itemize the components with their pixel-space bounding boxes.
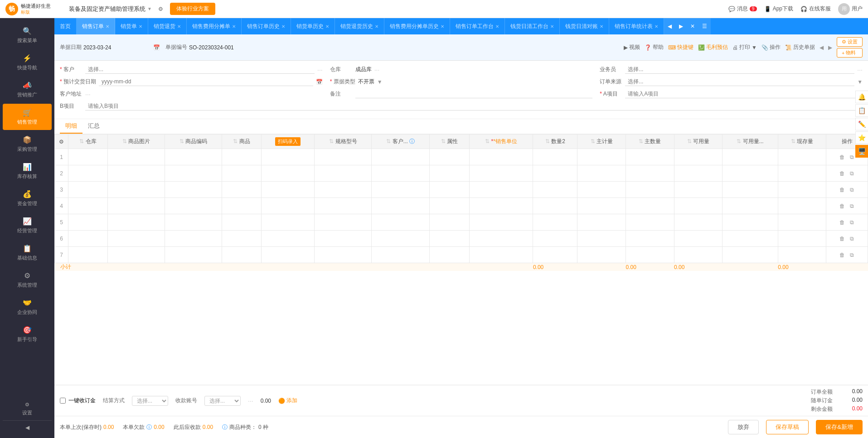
sidebar-item-purchase[interactable]: 📦 采购管理	[3, 131, 52, 157]
account-select[interactable]: 选择...	[204, 396, 241, 406]
cell-2[interactable]	[165, 247, 222, 263]
tab-daily-workbench[interactable]: 钱货日清工作台 ✕	[505, 18, 560, 34]
cell-4[interactable]	[262, 198, 315, 214]
cell-3[interactable]	[222, 149, 261, 165]
cell-6[interactable]	[372, 165, 430, 182]
float-btn-5[interactable]: 🖥️	[855, 145, 868, 158]
print-btn[interactable]: 🖨 打印 ▼	[732, 43, 757, 51]
tab-menu-btn[interactable]: ☰	[698, 18, 711, 34]
cell-3[interactable]	[222, 165, 261, 182]
gear-button[interactable]: ⚙	[155, 4, 166, 14]
nav-next-icon[interactable]: ▶	[828, 44, 832, 51]
cell-1[interactable]	[108, 165, 165, 182]
tab-close-icon[interactable]: ✕	[375, 24, 378, 29]
cell-13[interactable]	[723, 182, 778, 198]
cell-7[interactable]	[430, 198, 469, 214]
cell-1[interactable]	[108, 182, 165, 198]
cell-11[interactable]	[626, 165, 674, 182]
cell-4[interactable]	[262, 214, 315, 231]
cell-2[interactable]	[165, 165, 222, 182]
cell-5[interactable]	[315, 214, 372, 231]
tab-invoice-history[interactable]: 销货单历史 ✕	[291, 18, 335, 34]
cell-3[interactable]	[222, 247, 261, 263]
cell-10[interactable]	[577, 165, 626, 182]
tab-sales-order-history[interactable]: 销售订单历史 ✕	[242, 18, 291, 34]
help-btn[interactable]: ❓ 帮助	[645, 43, 664, 51]
cell-5[interactable]	[315, 231, 372, 247]
cell-4[interactable]	[262, 182, 315, 198]
cell-9[interactable]	[533, 182, 577, 198]
save-new-btn[interactable]: 保存&新增	[816, 420, 863, 434]
cell-13[interactable]	[723, 198, 778, 214]
cell-3[interactable]	[222, 198, 261, 214]
staff-input[interactable]	[625, 65, 854, 74]
cell-6[interactable]	[372, 182, 430, 198]
cell-5[interactable]	[315, 198, 372, 214]
cell-7[interactable]	[430, 214, 469, 231]
tab-sales-fee[interactable]: 销售费用分摊单 ✕	[187, 18, 242, 34]
cell-13[interactable]	[723, 165, 778, 182]
cell-1[interactable]	[108, 247, 165, 263]
tab-close-icon[interactable]: ✕	[600, 24, 603, 29]
cell-5[interactable]	[315, 149, 372, 165]
customer-more-icon[interactable]: ···	[317, 66, 323, 73]
cell-10[interactable]	[577, 214, 626, 231]
cell-9[interactable]	[533, 214, 577, 231]
cell-14[interactable]	[778, 182, 826, 198]
cell-0[interactable]	[68, 214, 108, 231]
action-btn[interactable]: 📎 操作	[761, 43, 781, 51]
cell-12[interactable]	[674, 182, 723, 198]
tab-next-btn[interactable]: ▶	[675, 18, 687, 34]
a-project-input[interactable]	[625, 90, 863, 98]
delete-icon[interactable]: 🗑	[838, 251, 846, 259]
add-row-btn[interactable]: 🟠 添加	[278, 397, 297, 404]
copy-icon[interactable]: ⧉	[848, 169, 856, 178]
cell-8[interactable]	[469, 165, 533, 182]
warehouse-more-icon[interactable]: ···	[374, 66, 380, 73]
tab-close-icon[interactable]: ✕	[550, 24, 554, 29]
cell-9[interactable]	[533, 231, 577, 247]
cell-10[interactable]	[577, 149, 626, 165]
tab-close-icon[interactable]: ✕	[139, 24, 142, 29]
delete-icon[interactable]: 🗑	[838, 169, 846, 178]
tab-close-all-btn[interactable]: ✕	[687, 18, 698, 34]
sidebar-item-operations[interactable]: 📈 经营管理	[3, 212, 52, 239]
cell-5[interactable]	[315, 247, 372, 263]
sidebar-item-inventory[interactable]: 📊 库存核算	[3, 158, 52, 184]
cell-9[interactable]	[533, 247, 577, 263]
cell-1[interactable]	[108, 149, 165, 165]
col-settings[interactable]: ⚙	[55, 135, 68, 149]
cell-14[interactable]	[778, 247, 826, 263]
cell-11[interactable]	[626, 198, 674, 214]
tab-order-workbench[interactable]: 销售订单工作台 ✕	[450, 18, 505, 34]
discard-btn[interactable]: 放弃	[728, 420, 759, 434]
user-item[interactable]: 用 用户	[838, 3, 863, 15]
cell-0[interactable]	[68, 165, 108, 182]
cell-12[interactable]	[674, 231, 723, 247]
cell-9[interactable]	[533, 165, 577, 182]
tab-daily-reconcile[interactable]: 钱货日清对账 ✕	[560, 18, 609, 34]
cell-10[interactable]	[577, 198, 626, 214]
tab-close-icon[interactable]: ✕	[441, 24, 444, 29]
shortcut-btn[interactable]: ⌨ 快捷键	[668, 43, 693, 51]
cell-0[interactable]	[68, 247, 108, 263]
cell-12[interactable]	[674, 149, 723, 165]
cell-8[interactable]	[469, 149, 533, 165]
cell-14[interactable]	[778, 214, 826, 231]
settings-panel-btn[interactable]: ⚙ 设置	[837, 37, 863, 47]
sidebar-item-guide[interactable]: 🎯 新手引导	[3, 321, 52, 347]
sidebar-collapse-btn[interactable]: ◀	[3, 420, 52, 434]
copy-icon[interactable]: ⧉	[848, 186, 856, 194]
cell-11[interactable]	[626, 149, 674, 165]
address-more-icon[interactable]: ···	[85, 91, 91, 98]
cell-2[interactable]	[165, 149, 222, 165]
copy-icon[interactable]: ⧉	[848, 153, 856, 161]
cell-12[interactable]	[674, 198, 723, 214]
cell-14[interactable]	[778, 231, 826, 247]
sidebar-item-collaboration[interactable]: 🤝 企业协同	[3, 294, 52, 320]
cell-8[interactable]	[469, 214, 533, 231]
b-project-input[interactable]	[85, 102, 863, 111]
cell-2[interactable]	[165, 198, 222, 214]
tab-sales-invoice[interactable]: 销货单 ✕	[115, 18, 148, 34]
table-container[interactable]: ⚙ ⇅ 仓库 ⇅ 商品图片 ⇅ 商品编码	[54, 134, 868, 385]
